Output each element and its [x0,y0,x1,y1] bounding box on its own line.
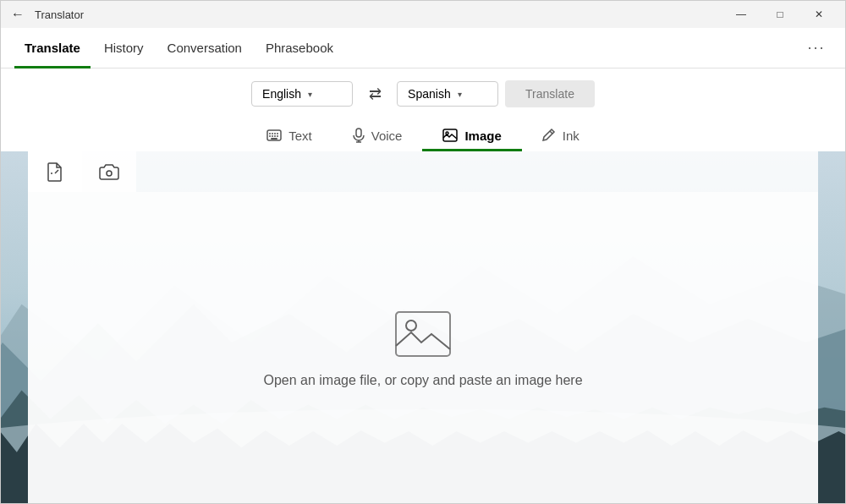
mode-tab-image-label: Image [464,129,501,143]
keyboard-icon [266,129,282,141]
ink-icon [542,128,556,143]
microphone-icon [353,128,365,143]
svg-rect-10 [356,129,361,137]
mode-tab-ink-label: Ink [563,129,580,143]
mode-tab-ink[interactable]: Ink [522,119,600,151]
target-language-select[interactable]: Spanish ▾ [397,81,498,107]
language-toolbar: English ▾ ⇄ Spanish ▾ Translate [1,68,845,119]
mode-tabs: Text Voice Image Ink [1,119,845,151]
svg-point-26 [107,171,112,176]
background-area: Open an image file, or copy and paste an… [1,151,845,504]
minimize-icon: — [736,8,746,20]
mode-tab-text-label: Text [288,129,312,143]
mode-tab-voice[interactable]: Voice [332,119,423,151]
mode-tab-text[interactable]: Text [246,120,332,151]
camera-tab[interactable] [82,151,136,192]
nav-tab-phrasebook[interactable]: Phrasebook [255,28,343,68]
nav-tab-history[interactable]: History [94,28,154,68]
open-file-tab[interactable] [28,151,82,192]
maximize-icon: □ [777,8,783,20]
close-button[interactable]: ✕ [799,1,838,28]
maximize-button[interactable]: □ [761,1,799,28]
title-bar: ← Translator — □ ✕ [1,1,845,28]
swap-icon: ⇄ [369,85,382,103]
more-options-button[interactable]: ··· [801,33,832,63]
image-placeholder-icon [393,309,453,359]
app-content: Translate History Conversation Phraseboo… [1,28,845,504]
mode-tab-image[interactable]: Image [422,120,521,151]
nav-tab-translate[interactable]: Translate [14,28,91,68]
window-controls: — □ ✕ [722,1,838,28]
camera-icon [99,163,119,180]
minimize-button[interactable]: — [722,1,761,28]
image-drop-area[interactable]: Open an image file, or copy and paste an… [28,192,818,504]
file-icon [46,162,64,182]
swap-languages-button[interactable]: ⇄ [360,79,390,109]
target-chevron-icon: ▾ [458,90,462,99]
back-button[interactable]: ← [8,4,28,25]
back-icon: ← [11,7,25,22]
nav-tab-conversation[interactable]: Conversation [157,28,252,68]
nav-bar: Translate History Conversation Phraseboo… [1,28,845,68]
image-mode-icon [442,129,458,142]
translate-button[interactable]: Translate [505,80,595,107]
close-icon: ✕ [815,8,823,20]
drop-area-text: Open an image file, or copy and paste an… [263,373,582,388]
svg-point-28 [406,320,416,331]
source-language-label: English [262,87,301,101]
app-title: Translator [35,8,84,21]
image-panel: Open an image file, or copy and paste an… [28,151,818,504]
mode-tab-voice-label: Voice [371,129,403,143]
panel-tabs [28,151,818,192]
title-bar-left: ← Translator [8,4,722,25]
source-chevron-icon: ▾ [308,90,312,99]
target-language-label: Spanish [408,87,451,101]
svg-rect-27 [396,312,450,356]
svg-line-24 [55,170,58,173]
svg-line-15 [550,131,552,134]
source-language-select[interactable]: English ▾ [251,81,353,107]
